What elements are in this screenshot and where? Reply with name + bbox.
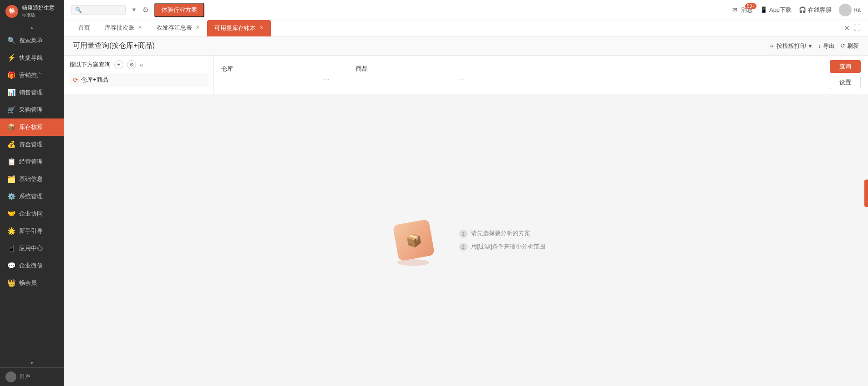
message-badge-container[interactable]: ✉ 99+ 消息 xyxy=(732,6,753,14)
warehouse-more-icon[interactable]: ··· xyxy=(323,76,329,84)
topbar-avatar xyxy=(839,4,852,16)
right-edge-bar[interactable] xyxy=(864,180,868,207)
tabs-maximize-icon[interactable]: ⛶ xyxy=(853,24,861,32)
query-right-panel: 仓库 ··· 商品 ··· 查询 设置 xyxy=(214,56,868,94)
sidebar-item-purchase[interactable]: 🛒 采购管理 xyxy=(0,101,64,118)
topbar-dropdown-icon[interactable]: ▼ xyxy=(131,6,137,13)
online-service-btn[interactable]: 🎧 在线客服 xyxy=(799,6,832,14)
sidebar-item-inventory[interactable]: 📦 库存核算 xyxy=(0,118,64,136)
sidebar-item-marketing[interactable]: 🎁 营销推广 xyxy=(0,67,64,84)
tabs-actions: ✕ ⛶ xyxy=(844,24,861,32)
sidebar-item-basic[interactable]: 🗂️ 基础信息 xyxy=(0,170,64,188)
empty-tip-2: 2 用[过滤]条件来缩小分析范围 xyxy=(459,242,545,251)
sidebar-item-finance[interactable]: 💰 资金管理 xyxy=(0,136,64,153)
sidebar-item-system[interactable]: ⚙️ 系统管理 xyxy=(0,188,64,205)
query-area: 按以下方案查询 + ⚙ « ⟳ 仓库+商品 仓库 ··· xyxy=(64,56,868,94)
scheme-label: 按以下方案查询 xyxy=(69,61,111,69)
message-icon: ✉ xyxy=(732,6,737,13)
query-left-panel: 按以下方案查询 + ⚙ « ⟳ 仓库+商品 xyxy=(64,56,214,94)
empty-tip-1: 1 请先选择要分析的方案 xyxy=(459,229,545,238)
shortcut-icon: ⚡ xyxy=(7,54,15,62)
scheme-item-icon: ⟳ xyxy=(73,76,78,83)
sidebar-subtitle: 标准版 xyxy=(22,12,55,18)
empty-tips: 1 请先选择要分析的方案 2 用[过滤]条件来缩小分析范围 xyxy=(459,229,545,251)
app-download-icon: 📱 xyxy=(760,6,767,13)
warehouse-label: 仓库 xyxy=(221,65,349,73)
main-area: 🔍 ▼ ⚙ 体验行业方案 ✉ 99+ 消息 📱 App下载 🎧 在线客服 Rit xyxy=(64,0,868,386)
content-area: 可用量查询(按仓库+商品) 🖨 按模板打印 ▼ ↓ 导出 ↺ 刷新 xyxy=(64,36,868,386)
query-scheme-settings-button[interactable]: ⚙ xyxy=(127,60,136,69)
tab-available[interactable]: 可用量库存账本 ✕ xyxy=(207,20,271,36)
sidebar-item-cooperation[interactable]: 🤝 企业协同 xyxy=(0,205,64,222)
print-dropdown-icon[interactable]: ▼ xyxy=(808,43,813,49)
empty-box: 📦 xyxy=(393,219,435,262)
sidebar-item-member[interactable]: 👑 畅会员 xyxy=(0,274,64,292)
goods-label: 商品 xyxy=(356,65,483,73)
sidebar-logo: 畅 xyxy=(5,5,18,18)
sidebar: 畅 畅康通好生意 标准版 ▲ 🔍 搜索菜单 ⚡ 快捷导航 🎁 营销推广 📊 销售… xyxy=(0,0,64,386)
tab-batch-close[interactable]: ✕ xyxy=(138,25,142,31)
print-button[interactable]: 🖨 按模板打印 ▼ xyxy=(769,42,813,50)
sidebar-user-name: 用户 xyxy=(19,373,30,381)
tabs-close-icon[interactable]: ✕ xyxy=(844,24,850,32)
sidebar-header: 畅 畅康通好生意 标准版 xyxy=(0,0,64,23)
sidebar-item-sales[interactable]: 📊 销售管理 xyxy=(0,84,64,101)
query-add-button[interactable]: + xyxy=(114,60,123,69)
topbar: 🔍 ▼ ⚙ 体验行业方案 ✉ 99+ 消息 📱 App下载 🎧 在线客服 Rit xyxy=(64,0,868,20)
member-icon: 👑 xyxy=(7,279,15,287)
settings-button[interactable]: 设置 xyxy=(830,76,861,89)
sidebar-item-guide[interactable]: 🌟 新手引导 xyxy=(0,222,64,240)
tab-batch[interactable]: 库存批次账 ✕ xyxy=(97,20,149,36)
goods-input-container: ··· xyxy=(356,75,483,85)
wechat-icon: 💬 xyxy=(7,262,15,270)
page-actions: 🖨 按模板打印 ▼ ↓ 导出 ↺ 刷新 xyxy=(769,42,859,50)
app-download-btn[interactable]: 📱 App下载 xyxy=(760,6,792,14)
query-actions: 查询 设置 xyxy=(830,60,861,89)
search-input[interactable] xyxy=(84,7,120,13)
query-button[interactable]: 查询 xyxy=(830,60,861,73)
system-icon: ⚙️ xyxy=(7,192,15,201)
tabs-bar: 首页 库存批次账 ✕ 收发存汇总表 ✕ 可用量库存账本 ✕ ✕ ⛶ xyxy=(64,20,868,36)
sidebar-scroll-down[interactable]: ▼ xyxy=(0,359,64,367)
sidebar-item-appstore[interactable]: 📱 应用中心 xyxy=(0,240,64,257)
cooperation-icon: 🤝 xyxy=(7,210,15,218)
tab-summary[interactable]: 收发存汇总表 ✕ xyxy=(149,20,207,36)
topbar-username: Rit xyxy=(853,6,861,13)
print-icon: 🖨 xyxy=(769,42,775,49)
sidebar-title: 畅康通好生意 xyxy=(22,5,55,12)
appstore-icon: 📱 xyxy=(7,244,15,252)
tab-summary-close[interactable]: ✕ xyxy=(196,25,200,31)
page-header: 可用量查询(按仓库+商品) 🖨 按模板打印 ▼ ↓ 导出 ↺ 刷新 xyxy=(64,36,868,56)
message-count-badge: 99+ xyxy=(745,3,756,9)
tab-home[interactable]: 首页 xyxy=(71,20,97,36)
gear-icon[interactable]: ⚙ xyxy=(142,5,149,14)
topbar-search-box[interactable]: 🔍 xyxy=(71,5,126,15)
export-button[interactable]: ↓ 导出 xyxy=(818,42,835,50)
trial-button[interactable]: 体验行业方案 xyxy=(154,3,204,17)
tab-available-close[interactable]: ✕ xyxy=(259,25,264,31)
export-icon: ↓ xyxy=(818,42,822,49)
warehouse-field: 仓库 ··· xyxy=(221,65,349,85)
page-title: 可用量查询(按仓库+商品) xyxy=(73,41,155,51)
user-profile[interactable]: Rit xyxy=(839,4,861,16)
guide-icon: 🌟 xyxy=(7,227,15,235)
query-scheme-item[interactable]: ⟳ 仓库+商品 xyxy=(69,73,208,87)
refresh-button[interactable]: ↺ 刷新 xyxy=(840,42,859,50)
sidebar-footer[interactable]: 用户 xyxy=(0,367,64,386)
sales-icon: 📊 xyxy=(7,88,15,97)
warehouse-input-container: ··· xyxy=(221,75,349,85)
goods-more-icon[interactable]: ··· xyxy=(458,76,464,84)
goods-input[interactable] xyxy=(356,76,456,83)
search-nav-icon: 🔍 xyxy=(7,36,15,45)
warehouse-input[interactable] xyxy=(221,76,321,83)
query-collapse-icon[interactable]: « xyxy=(140,61,143,68)
basic-icon: 🗂️ xyxy=(7,175,15,183)
finance-icon: 💰 xyxy=(7,140,15,149)
sidebar-item-shortcut[interactable]: ⚡ 快捷导航 xyxy=(0,49,64,67)
empty-illustration: 📦 xyxy=(386,213,441,268)
sidebar-item-operation[interactable]: 📋 经营管理 xyxy=(0,153,64,170)
sidebar-item-wechat[interactable]: 💬 企业微信 xyxy=(0,257,64,274)
sidebar-item-search[interactable]: 🔍 搜索菜单 xyxy=(0,32,64,49)
sidebar-nav: 🔍 搜索菜单 ⚡ 快捷导航 🎁 营销推广 📊 销售管理 🛒 采购管理 📦 库存核… xyxy=(0,32,64,359)
sidebar-scroll-up[interactable]: ▲ xyxy=(0,23,64,32)
